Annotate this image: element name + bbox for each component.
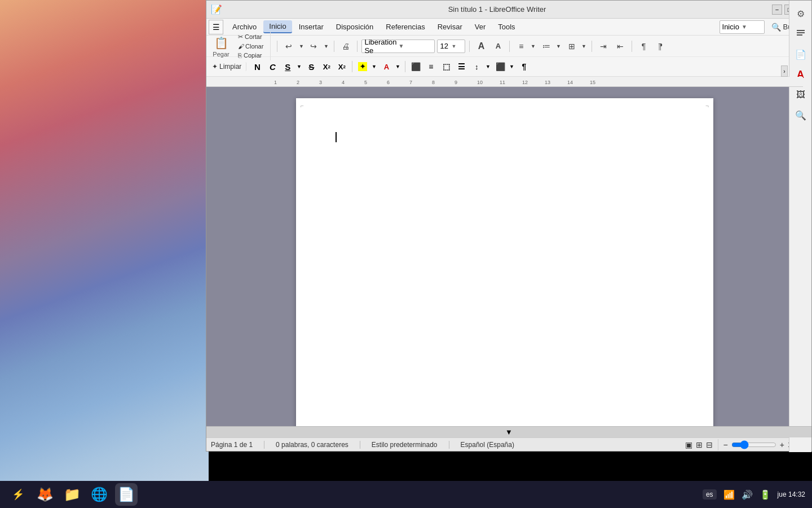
rtl-button[interactable]: ¶ [653, 39, 668, 54]
paragraph-style-dropdown[interactable]: Inicio ▼ [720, 20, 765, 34]
superscript-button[interactable]: X2 [335, 60, 348, 73]
taskbar-app-zorin[interactable]: ⚡ [7, 483, 29, 506]
ruler-container: 1 2 3 4 5 6 7 8 9 10 11 12 13 14 15 [206, 77, 803, 437]
subscript-button[interactable]: X2 [320, 60, 333, 73]
highlight-group: ✦ ▼ [356, 60, 378, 73]
print-button[interactable]: 🖨 [338, 39, 353, 54]
line-spacing-dropdown[interactable]: ▼ [484, 60, 492, 73]
styles-panel-button[interactable] [792, 25, 809, 42]
font-size-selector[interactable]: 12 ▼ [437, 40, 465, 53]
nav-icon: ☰ [213, 23, 220, 32]
properties-panel-button[interactable]: ⚙ [792, 5, 809, 22]
font-dropdown-arrow: ▼ [398, 43, 432, 49]
book-view-button[interactable]: ⊟ [706, 440, 713, 449]
menu-revisar[interactable]: Revisar [432, 21, 468, 33]
menu-referencias[interactable]: Referencias [380, 21, 430, 33]
sidebar-expand-arrow[interactable]: › [781, 65, 788, 77]
separator-4 [469, 41, 470, 52]
redo-dropdown[interactable]: ▼ [322, 39, 330, 54]
underline-group: S ▼ [281, 60, 303, 73]
scroll-down-button[interactable]: ▼ [206, 426, 811, 437]
line-spacing-group: ↕ ▼ [470, 60, 492, 73]
image-panel-button[interactable]: 🖼 [792, 86, 809, 103]
indent-more-button[interactable]: ⇥ [596, 39, 611, 54]
paragraph-style: Estilo predeterminado [372, 441, 438, 449]
keyboard-layout[interactable]: es [703, 489, 717, 500]
border-color-button[interactable]: ⬛ [493, 60, 507, 73]
status-sep-2 [360, 441, 360, 449]
line-spacing-button[interactable]: ↕ [470, 60, 483, 73]
strikethrough-button[interactable]: S [304, 60, 318, 73]
menu-disposicion[interactable]: Disposición [330, 21, 379, 33]
ruler-mark-1: 1 [274, 80, 277, 85]
menu-archivo[interactable]: Archivo [227, 21, 262, 33]
underline-dropdown[interactable]: ▼ [295, 60, 303, 73]
align-left-button[interactable]: ⬛ [409, 60, 422, 73]
highlight-button[interactable]: ✦ [356, 60, 369, 73]
border-color-dropdown[interactable]: ▼ [508, 60, 515, 73]
redo-button[interactable]: ↪ [306, 39, 321, 54]
clone-button[interactable]: 🖌 Clonar [236, 42, 266, 50]
fontcolor-group: A ▼ [379, 60, 401, 73]
copy-button[interactable]: ⎘ Copiar [236, 51, 266, 59]
font-shrink-button[interactable]: A [491, 39, 505, 54]
ordered-list-button[interactable]: ≔ [539, 39, 554, 54]
desktop-background [0, 0, 209, 508]
taskbar-app-writer[interactable]: 📄 [115, 483, 138, 506]
wifi-icon: 📶 [723, 489, 735, 500]
text-cursor[interactable] [336, 132, 337, 142]
ruler-mark-9: 9 [454, 80, 457, 85]
font-name-selector[interactable]: Liberation Se ▼ [361, 40, 435, 53]
align-right-button[interactable]: ⬚ [439, 60, 453, 73]
top-left-corner-mark: ⌐ [301, 103, 304, 109]
underline-button[interactable]: S [281, 60, 294, 73]
volume-icon[interactable]: 🔊 [742, 489, 753, 500]
power-icon[interactable]: 🔋 [760, 489, 771, 500]
view-mode-button[interactable]: ⊞ [696, 440, 703, 449]
paste-button[interactable]: 📋 [212, 35, 230, 51]
taskbar-app-files[interactable]: 📁 [61, 483, 83, 506]
indent-less-button[interactable]: ⇤ [613, 39, 628, 54]
font-color-button[interactable]: A [379, 60, 393, 73]
font-color-dropdown[interactable]: ▼ [394, 60, 401, 73]
ltr-button[interactable]: ¶ [636, 39, 651, 54]
outline-list-dropdown[interactable]: ▼ [580, 39, 588, 54]
undo-button[interactable]: ↩ [281, 39, 296, 54]
minimize-button[interactable]: − [772, 5, 782, 15]
unordered-list-dropdown[interactable]: ▼ [529, 39, 537, 54]
zoom-slider[interactable] [731, 440, 776, 449]
taskbar-app-firefox[interactable]: 🦊 [34, 483, 56, 506]
document-page[interactable]: ⌐ ⌐ [296, 98, 713, 437]
outline-list-button[interactable]: ⊞ [564, 39, 579, 54]
highlight-dropdown[interactable]: ▼ [370, 60, 378, 73]
navigator-panel-button[interactable]: 📄 [792, 46, 809, 63]
zoom-in-button[interactable]: + [780, 440, 784, 449]
formatting-marks-button[interactable]: ¶ [517, 60, 531, 73]
ordered-list-dropdown[interactable]: ▼ [554, 39, 562, 54]
menu-ver[interactable]: Ver [469, 21, 492, 33]
toolbar-row-1: 📋 Pegar ✂ Cortar 🖌 Clonar ⎘ [206, 36, 811, 57]
clear-formatting-button[interactable]: ✦ Limpiar [210, 62, 246, 71]
undo-dropdown[interactable]: ▼ [297, 39, 305, 54]
align-center-button[interactable]: ≡ [424, 60, 438, 73]
unordered-list-button[interactable]: ≡ [514, 39, 528, 54]
menu-tools[interactable]: Tools [492, 21, 520, 33]
separator-6 [592, 41, 592, 52]
cut-button[interactable]: ✂ Cortar [236, 33, 266, 41]
find-panel-button[interactable]: 🔍 [792, 107, 809, 124]
taskbar-app-browser[interactable]: 🌐 [88, 483, 111, 506]
font-grow-button[interactable]: A [474, 39, 488, 54]
taskbar: ⚡ 🦊 📁 🌐 📄 es 📶 🔊 🔋 jue 14:32 [0, 481, 812, 508]
selection-mode-button[interactable]: ▣ [685, 440, 692, 449]
separator-1 [277, 41, 277, 52]
align-justify-button[interactable]: ☰ [454, 60, 468, 73]
ruler-mark-5: 5 [364, 80, 367, 85]
toolbar-row-2: ✦ Limpiar N C S ▼ S X2 X2 ✦ ▼ A [206, 57, 811, 76]
italic-button[interactable]: C [266, 60, 279, 73]
outline-list-group: ⊞ ▼ [564, 39, 588, 54]
zoom-out-button[interactable]: − [723, 440, 728, 449]
bold-button[interactable]: N [250, 60, 264, 73]
ordered-list-group: ≔ ▼ [539, 39, 562, 54]
menu-insertar[interactable]: Insertar [293, 21, 329, 33]
page-area[interactable]: ⌐ ⌐ [206, 87, 803, 437]
